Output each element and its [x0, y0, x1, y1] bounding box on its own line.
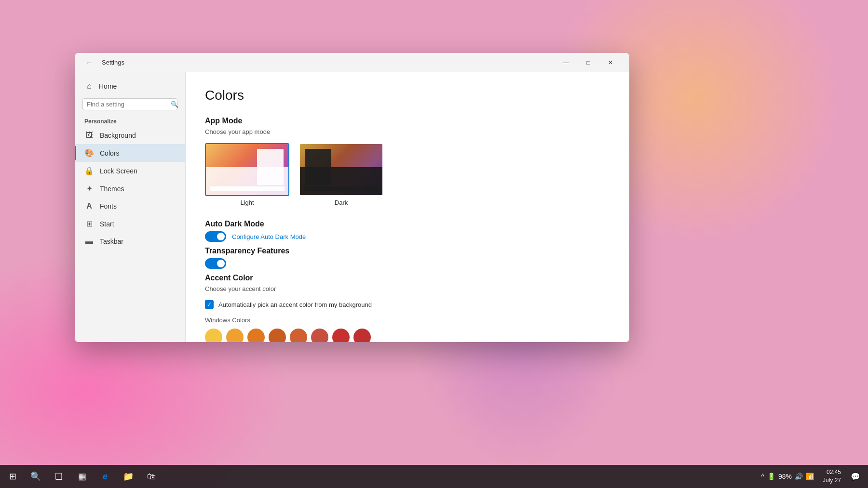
background-icon: 🖼 [84, 131, 94, 140]
light-preview-bg [206, 144, 288, 195]
dark-mode-preview [299, 143, 383, 196]
color-swatch-1-5[interactable] [290, 329, 307, 342]
close-button[interactable]: ✕ [599, 55, 622, 70]
sidebar-item-start-label: Start [100, 220, 114, 228]
sidebar-home-item[interactable]: ⌂ Home [75, 78, 185, 94]
notification-icon: 💬 [851, 472, 860, 481]
search-box: 🔍 [82, 98, 177, 110]
accent-color-subtitle: Choose your accent color [205, 285, 610, 292]
minimize-button[interactable]: — [555, 55, 577, 70]
taskbar-icon: ▬ [84, 237, 94, 246]
network-icon[interactable]: 📶 [806, 473, 814, 480]
taskbar-explorer-button[interactable]: 📁 [118, 466, 139, 487]
taskbar-search-icon: 🔍 [30, 471, 41, 482]
accent-color-title: Accent Color [205, 274, 610, 282]
taskbar-edge-button[interactable]: e [95, 466, 116, 487]
light-mode-card[interactable]: Light [205, 143, 289, 206]
battery-percentage: 98% [778, 473, 792, 480]
auto-accent-checkbox[interactable]: ✓ [205, 300, 214, 309]
color-swatch-1-8[interactable] [353, 329, 371, 342]
taskbar-right: ^ 🔋 98% 🔊 📶 02:45 July 27 💬 [758, 468, 868, 485]
color-row-1 [205, 329, 610, 342]
window-body: ⌂ Home 🔍 Personalize 🖼 Background 🎨 Colo… [75, 72, 629, 342]
light-mode-preview [205, 143, 289, 196]
sidebar-item-colors-label: Colors [100, 149, 119, 157]
auto-accent-label: Automatically pick an accent color from … [218, 301, 372, 308]
color-swatch-1-4[interactable] [269, 329, 286, 342]
notification-button[interactable]: 💬 [847, 468, 864, 485]
explorer-icon: 📁 [123, 471, 134, 482]
taskbar-widgets-button[interactable]: ▦ [71, 466, 93, 487]
title-bar: ← Settings — □ ✕ [75, 53, 629, 72]
search-button[interactable]: 🔍 [171, 101, 178, 108]
start-menu-icon: ⊞ [9, 471, 16, 482]
chevron-up-icon[interactable]: ^ [761, 473, 764, 480]
sidebar-home-label: Home [99, 82, 117, 90]
main-content: Colors App Mode Choose your app mode Lig… [186, 72, 629, 342]
search-input[interactable] [87, 101, 168, 108]
back-icon: ← [86, 59, 93, 66]
sidebar-item-fonts[interactable]: A Fonts [75, 198, 185, 215]
sidebar-item-background-label: Background [100, 132, 136, 139]
taskbar-task-view-button[interactable]: ❑ [48, 466, 69, 487]
system-tray: ^ 🔋 98% 🔊 📶 [758, 473, 817, 480]
windows-colors-label: Windows Colors [205, 317, 610, 324]
taskbar-search-button[interactable]: 🔍 [25, 466, 46, 487]
sidebar-item-themes-label: Themes [100, 185, 124, 193]
maximize-button[interactable]: □ [577, 55, 599, 70]
sidebar-item-fonts-label: Fonts [100, 202, 117, 210]
clock-date: July 27 [823, 476, 841, 485]
color-swatch-1-3[interactable] [247, 329, 265, 342]
color-grid [205, 329, 610, 342]
edge-icon: e [103, 472, 108, 482]
taskbar-start-button[interactable]: ⊞ [2, 466, 23, 487]
sidebar-item-start[interactable]: ⊞ Start [75, 215, 185, 233]
widgets-icon: ▦ [78, 471, 86, 482]
taskbar: ⊞ 🔍 ❑ ▦ e 📁 🛍 ^ 🔋 98% 🔊 📶 02:45 [0, 465, 868, 488]
transparency-knob [217, 260, 225, 267]
themes-icon: ✦ [84, 184, 94, 193]
app-mode-title: App Mode [205, 117, 610, 125]
sidebar-section-label: Personalize [75, 114, 185, 127]
auto-accent-row: ✓ Automatically pick an accent color fro… [205, 300, 610, 309]
dark-preview-panel [305, 149, 331, 185]
color-swatch-1-2[interactable] [226, 329, 244, 342]
mode-cards: Light Dark [205, 143, 610, 206]
lock-screen-icon: 🔒 [84, 166, 94, 175]
taskbar-clock[interactable]: 02:45 July 27 [819, 468, 845, 485]
sidebar-item-colors[interactable]: 🎨 Colors [75, 144, 185, 162]
clock-time: 02:45 [823, 468, 841, 476]
sidebar-item-themes[interactable]: ✦ Themes [75, 180, 185, 198]
maximize-icon: □ [586, 59, 590, 66]
app-mode-subtitle: Choose your app mode [205, 128, 610, 135]
window-controls: — □ ✕ [555, 55, 622, 70]
auto-dark-toggle-row: Configure Auto Dark Mode [205, 231, 610, 242]
transparency-toggle[interactable] [205, 258, 226, 269]
colors-icon: 🎨 [84, 148, 94, 158]
taskbar-store-button[interactable]: 🛍 [141, 466, 162, 487]
light-preview-bar [210, 186, 285, 191]
dark-preview-bar [304, 186, 379, 191]
sidebar-item-background[interactable]: 🖼 Background [75, 127, 185, 144]
sidebar-item-taskbar[interactable]: ▬ Taskbar [75, 233, 185, 250]
toggle-knob [217, 233, 225, 240]
configure-auto-dark-link[interactable]: Configure Auto Dark Mode [232, 233, 306, 240]
back-button[interactable]: ← [82, 56, 96, 69]
color-swatch-1-7[interactable] [332, 329, 350, 342]
volume-icon[interactable]: 🔊 [795, 473, 803, 480]
color-swatch-1-6[interactable] [311, 329, 328, 342]
transparency-toggle-row [205, 258, 610, 269]
title-bar-left: ← Settings [82, 56, 124, 69]
sidebar: ⌂ Home 🔍 Personalize 🖼 Background 🎨 Colo… [75, 72, 186, 342]
minimize-icon: — [563, 59, 569, 66]
auto-dark-toggle[interactable] [205, 231, 226, 242]
sidebar-item-taskbar-label: Taskbar [100, 237, 123, 245]
start-icon: ⊞ [84, 219, 94, 228]
page-title: Colors [205, 88, 610, 103]
sidebar-item-lock-screen[interactable]: 🔒 Lock Screen [75, 162, 185, 180]
settings-window: ← Settings — □ ✕ ⌂ Home 🔍 [75, 53, 629, 342]
color-swatch-1-1[interactable] [205, 329, 222, 342]
light-preview-panel [257, 149, 284, 185]
sidebar-item-lock-screen-label: Lock Screen [100, 167, 137, 175]
dark-mode-card[interactable]: Dark [299, 143, 383, 206]
